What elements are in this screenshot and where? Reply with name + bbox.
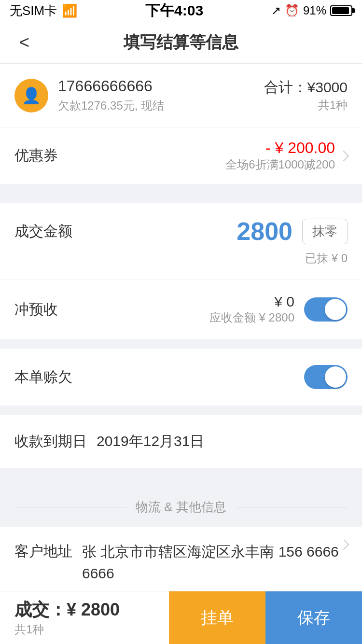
address-left: 客户地址 张 北京市市辖区海淀区永丰南 156 6666 6666 [14,541,340,584]
coupon-desc: 全场6折满1000减200 [225,157,335,172]
duedate-value: 2019年12月31日 [97,432,204,451]
user-phone: 17666666666 [58,77,164,95]
user-info: 17666666666 欠款1276.35元, 现结 [58,77,164,113]
carrier-label: 无SIM卡 [10,2,57,19]
precharge-sub: 应收金额 ¥ 2800 [209,310,294,325]
coupon-value: - ¥ 200.00 全场6折满1000减200 [225,139,335,172]
status-right: ↗ ⏰ 91% [271,4,352,17]
address-label: 客户地址 [14,542,72,561]
avatar: 👤 [14,79,48,112]
bottom-deal-amount: 成交：¥ 2800 [14,598,154,622]
coupon-row[interactable]: 优惠券 - ¥ 200.00 全场6折满1000减200 [0,127,362,184]
divider-3 [0,477,362,487]
user-row: 👤 17666666666 欠款1276.35元, 现结 合计：¥3000 共1… [0,64,362,127]
precharge-right: ¥ 0 应收金额 ¥ 2800 [209,294,348,325]
precharge-toggle[interactable] [304,297,348,322]
logistics-label: 物流 & 其他信息 [136,499,226,516]
deal-amount: ¥ 2800 [67,600,120,619]
alarm-icon: ⏰ [285,4,299,17]
bottom-summary: 成交：¥ 2800 共1种 [0,598,169,637]
coupon-discount: - ¥ 200.00 [225,139,335,157]
bottom-count: 共1种 [14,622,154,637]
logistics-line-left [14,507,126,507]
status-time: 下午4:03 [145,1,203,21]
save-button[interactable]: 保存 [265,591,362,644]
back-button[interactable]: < [14,28,34,57]
battery-icon [330,5,352,16]
user-count: 共1种 [264,98,348,113]
precharge-values: ¥ 0 应收金额 ¥ 2800 [209,294,294,325]
battery-percent: 91% [303,4,326,17]
avatar-icon: 👤 [22,86,41,105]
chevron-right-icon [338,150,349,161]
pending-button[interactable]: 挂单 [169,591,265,644]
main-content: 👤 17666666666 欠款1276.35元, 现结 合计：¥3000 共1… [0,64,362,644]
toggle-knob [325,299,346,320]
round-button[interactable]: 抹零 [302,219,348,244]
amount-sub: 已抹 ¥ 0 [14,251,348,266]
address-value: 张 北京市市辖区海淀区永丰南 156 6666 6666 [82,541,340,584]
user-right: 合计：¥3000 共1种 [264,78,348,113]
bottom-bar: 成交：¥ 2800 共1种 挂单 保存 [0,591,362,644]
coupon-right: - ¥ 200.00 全场6折满1000减200 [225,139,348,172]
nav-bar: < 填写结算等信息 [0,21,362,64]
amount-section: 成交金额 2800 抹零 已抹 ¥ 0 [0,203,362,280]
page-title: 填写结算等信息 [124,31,238,54]
user-debt: 欠款1276.35元, 现结 [58,98,164,113]
logistics-divider: 物流 & 其他信息 [0,487,362,527]
debt-toggle[interactable] [304,365,348,389]
user-card: 👤 17666666666 欠款1276.35元, 现结 合计：¥3000 共1… [0,64,362,184]
debt-label: 本单赊欠 [14,367,72,387]
coupon-label: 优惠券 [14,146,58,166]
precharge-row: 冲预收 ¥ 0 应收金额 ¥ 2800 [14,294,348,325]
wifi-icon: 📶 [62,3,77,18]
duedate-row: 收款到期日 2019年12月31日 [14,432,348,451]
debt-toggle-knob [325,366,346,388]
status-bar: 无SIM卡 📶 下午4:03 ↗ ⏰ 91% [0,0,362,21]
deal-label: 成交： [14,600,67,619]
precharge-section: 冲预收 ¥ 0 应收金额 ¥ 2800 [0,280,362,339]
battery-fill [332,7,349,14]
amount-row: 成交金额 2800 抹零 [14,217,348,246]
amount-label: 成交金额 [14,222,72,241]
precharge-amount: ¥ 0 [209,294,294,310]
debt-section: 本单赊欠 [0,349,362,406]
amount-value: 2800 [237,217,292,246]
divider-2 [0,339,362,349]
status-left: 无SIM卡 📶 [10,2,77,19]
amount-right: 2800 抹零 [237,217,348,246]
precharge-label: 冲预收 [14,300,58,320]
user-total: 合计：¥3000 [264,78,348,98]
address-section[interactable]: 客户地址 张 北京市市辖区海淀区永丰南 156 6666 6666 [0,527,362,598]
duedate-label: 收款到期日 [14,432,87,451]
user-left: 👤 17666666666 欠款1276.35元, 现结 [14,77,164,113]
logistics-line-right [236,507,348,507]
duedate-section: 收款到期日 2019年12月31日 [0,415,362,468]
location-icon: ↗ [271,4,281,17]
divider-1 [0,194,362,203]
